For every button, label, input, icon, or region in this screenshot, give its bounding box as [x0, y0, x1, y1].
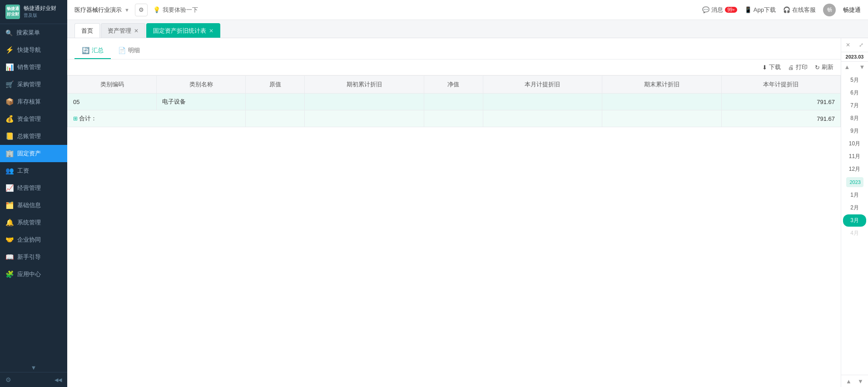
sub-tabs: 🔄 汇总 📄 明细 — [67, 38, 841, 60]
date-month-2[interactable]: 2月 — [843, 202, 866, 214]
topbar-settings-btn[interactable]: ⚙ — [135, 4, 148, 16]
table-total-row: ⊞合计： 791.67 — [68, 110, 841, 127]
download-btn[interactable]: ⬇ 下载 — [762, 63, 781, 71]
enterprise-icon: 🤝 — [5, 236, 14, 244]
total-net-value — [424, 110, 483, 127]
sub-tab-detail[interactable]: 📄 明细 — [111, 43, 147, 59]
sidebar-item-quick-nav[interactable]: ⚡ 快捷导航 — [0, 41, 67, 59]
sidebar-item-enterprise[interactable]: 🤝 企业协同 — [0, 231, 67, 248]
date-month-8[interactable]: 8月 — [843, 112, 866, 124]
date-month-11[interactable]: 11月 — [843, 150, 866, 163]
sidebar-footer: ⚙ ◀◀ — [0, 372, 67, 387]
sidebar-item-basic-info[interactable]: 🗂️ 基础信息 — [0, 197, 67, 214]
col-accumulated-depreciation: 期初累计折旧 — [305, 76, 424, 94]
sidebar: 畅捷通 好业财 畅捷通好业财 普及版 🔍 搜索菜单 ⚡ 快捷导航 📊 销售管理 … — [0, 0, 67, 387]
sidebar-item-ledger[interactable]: 📒 总账管理 — [0, 128, 67, 145]
sidebar-item-fixed-assets[interactable]: 🏢 固定资产 — [0, 145, 67, 162]
app-download-btn[interactable]: 📱 App下载 — [744, 6, 776, 14]
date-panel-scroll-down[interactable]: ▼ — [857, 377, 865, 385]
date-nav-up[interactable]: ▲ — [843, 63, 851, 71]
date-month-12[interactable]: 12月 — [843, 163, 866, 175]
sidebar-item-finance[interactable]: 💰 资金管理 — [0, 110, 67, 128]
page-content: 🔄 汇总 📄 明细 ⬇ 下载 🖨 打印 ↻ — [67, 38, 841, 387]
col-category-name: 类别名称 — [157, 76, 246, 94]
operations-icon: 📈 — [5, 184, 14, 192]
experience-btn[interactable]: 💡 我要体验一下 — [153, 6, 198, 14]
date-month-5[interactable]: 5月 — [843, 74, 866, 86]
sidebar-item-label: 经营管理 — [17, 184, 41, 192]
sidebar-item-payroll[interactable]: 👥 工资 — [0, 162, 67, 179]
print-btn[interactable]: 🖨 打印 — [788, 63, 808, 71]
guide-icon: 📖 — [5, 253, 14, 261]
sidebar-item-guide[interactable]: 📖 新手引导 — [0, 248, 67, 266]
sidebar-item-app-center[interactable]: 🧩 应用中心 — [0, 266, 67, 283]
sidebar-item-label: 快捷导航 — [17, 46, 41, 54]
date-month-1[interactable]: 1月 — [843, 189, 866, 201]
date-panel-current: 2023.03 — [841, 52, 868, 62]
date-month-6[interactable]: 6月 — [843, 87, 866, 99]
app-center-icon: 🧩 — [5, 270, 14, 278]
purchase-icon: 🛒 — [5, 80, 14, 89]
sidebar-scroll-down[interactable]: ▼ — [0, 363, 67, 372]
collapse-icon[interactable]: ◀◀ — [55, 377, 62, 383]
sidebar-item-system[interactable]: 🔔 系统管理 — [0, 214, 67, 231]
date-month-3-current[interactable]: 3月 — [843, 214, 866, 227]
tab-asset-mgmt[interactable]: 资产管理 ✕ — [101, 23, 145, 38]
col-period-end-depreciation: 期末累计折旧 — [602, 76, 721, 94]
online-service-label: 在线客服 — [792, 6, 816, 14]
cell-net-value — [424, 94, 483, 110]
date-panel-close[interactable]: ✕ — [844, 41, 852, 49]
col-net-value: 净值 — [424, 76, 483, 94]
date-panel-scroll-up[interactable]: ▲ — [845, 377, 853, 385]
sidebar-item-purchase[interactable]: 🛒 采购管理 — [0, 76, 67, 93]
date-panel-header: ✕ ⤢ — [841, 38, 868, 52]
messages-icon: 💬 — [702, 6, 709, 13]
total-label: ⊞合计： — [68, 110, 246, 127]
summary-icon: 🔄 — [82, 47, 89, 54]
company-dropdown-icon: ▼ — [124, 7, 129, 13]
sidebar-item-inventory[interactable]: 📦 库存核算 — [0, 93, 67, 110]
tab-home[interactable]: 首页 — [74, 23, 100, 38]
date-month-10[interactable]: 10月 — [843, 138, 866, 150]
table-container: 类别编码 类别名称 原值 期初累计折旧 净值 本月计提折旧 期末累计折旧 本年计… — [67, 75, 841, 387]
date-month-7[interactable]: 7月 — [843, 99, 866, 112]
sidebar-item-label: 销售管理 — [17, 63, 41, 71]
sidebar-item-label: 系统管理 — [17, 218, 41, 227]
tab-depreciation-report-close[interactable]: ✕ — [209, 28, 213, 34]
cell-category-code: 05 — [68, 94, 157, 110]
tabs-bar: 首页 资产管理 ✕ 固定资产折旧统计表 ✕ — [67, 20, 868, 38]
col-yearly-depreciation: 本年计提折旧 — [721, 76, 840, 94]
date-month-4[interactable]: 4月 — [843, 227, 866, 239]
total-icon: ⊞ — [73, 115, 78, 122]
messages-btn[interactable]: 💬 消息 99+ — [702, 6, 737, 14]
tab-asset-mgmt-label: 资产管理 — [108, 27, 131, 35]
search-icon: 🔍 — [5, 30, 13, 36]
col-original-value: 原值 — [246, 76, 305, 94]
app-download-label: App下载 — [754, 6, 776, 14]
sidebar-item-label: 新手引导 — [17, 253, 41, 261]
download-icon: ⬇ — [762, 64, 767, 71]
settings-icon[interactable]: ⚙ — [5, 376, 11, 383]
online-service-btn[interactable]: 🎧 在线客服 — [783, 6, 816, 14]
refresh-btn[interactable]: ↻ 刷新 — [815, 63, 833, 71]
sidebar-item-label: 采购管理 — [17, 80, 41, 89]
online-service-icon: 🎧 — [783, 6, 790, 13]
tab-asset-mgmt-close[interactable]: ✕ — [134, 28, 139, 34]
sidebar-item-label: 企业协同 — [17, 236, 41, 244]
search-menu[interactable]: 🔍 搜索菜单 — [0, 24, 67, 41]
topbar-right: 💬 消息 99+ 📱 App下载 🎧 在线客服 畅 畅捷通 — [702, 4, 861, 16]
date-nav-down[interactable]: ▼ — [858, 63, 866, 71]
tab-depreciation-report[interactable]: 固定资产折旧统计表 ✕ — [146, 23, 220, 38]
sidebar-item-label: 应用中心 — [17, 270, 41, 278]
refresh-icon: ↻ — [815, 64, 820, 71]
company-selector[interactable]: 医疗器械行业演示 ▼ — [74, 6, 129, 14]
date-panel-expand[interactable]: ⤢ — [857, 41, 865, 49]
action-bar: ⬇ 下载 🖨 打印 ↻ 刷新 — [67, 60, 841, 75]
cell-original-value — [246, 94, 305, 110]
username[interactable]: 畅捷通 — [843, 6, 861, 14]
sidebar-item-operations[interactable]: 📈 经营管理 — [0, 179, 67, 197]
sub-tab-summary[interactable]: 🔄 汇总 — [74, 43, 111, 59]
logo-subtitle: 普及版 — [24, 12, 56, 19]
date-month-9[interactable]: 9月 — [843, 125, 866, 137]
sidebar-item-sales[interactable]: 📊 销售管理 — [0, 59, 67, 76]
